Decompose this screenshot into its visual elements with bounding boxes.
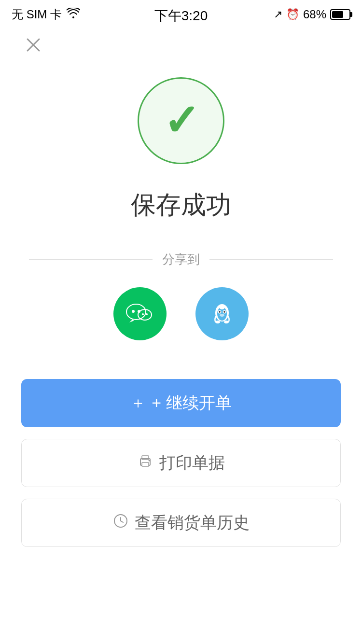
- status-time: 下午3:20: [154, 7, 208, 25]
- wifi-icon: [67, 8, 80, 21]
- print-label: 打印单据: [159, 452, 225, 474]
- svg-point-13: [223, 311, 225, 313]
- clock-icon: [112, 513, 129, 533]
- svg-point-12: [219, 311, 221, 313]
- share-divider: 分享到: [0, 251, 362, 268]
- share-label: 分享到: [153, 251, 209, 268]
- svg-point-2: [126, 304, 146, 320]
- close-button[interactable]: [21, 33, 45, 57]
- print-button[interactable]: 打印单据: [21, 439, 341, 487]
- svg-rect-19: [142, 462, 149, 466]
- main-content: ✓ 保存成功 分享到: [0, 29, 362, 547]
- battery-percent: 68%: [303, 8, 326, 21]
- status-right: ↗ ⏰ 68%: [274, 8, 350, 21]
- svg-point-14: [220, 314, 224, 317]
- alarm-icon: ⏰: [286, 8, 299, 21]
- battery-fill: [332, 11, 343, 18]
- checkmark-icon: ✓: [163, 99, 199, 142]
- status-left: 无 SIM 卡: [12, 7, 80, 22]
- action-buttons: ＋ + 继续开单 打印单据 查看销货单: [0, 379, 362, 547]
- history-button[interactable]: 查看销货单历史: [21, 499, 341, 547]
- success-icon-circle: ✓: [138, 77, 224, 164]
- svg-point-6: [142, 313, 144, 315]
- svg-point-15: [215, 321, 220, 323]
- share-icons: [113, 287, 249, 340]
- svg-line-24: [121, 521, 123, 522]
- status-bar: 无 SIM 卡 下午3:20 ↗ ⏰ 68%: [0, 0, 362, 29]
- print-icon: [137, 453, 153, 473]
- divider-line-right: [209, 259, 333, 260]
- wechat-share-button[interactable]: [113, 287, 167, 340]
- qq-share-button[interactable]: [195, 287, 249, 340]
- plus-icon: ＋: [130, 392, 146, 414]
- divider-line-left: [29, 259, 153, 260]
- battery-icon: [330, 9, 350, 20]
- success-title: 保存成功: [131, 188, 231, 222]
- continue-order-button[interactable]: ＋ + 继续开单: [21, 379, 341, 427]
- svg-point-17: [220, 307, 224, 309]
- svg-point-3: [132, 310, 135, 313]
- svg-point-16: [224, 321, 229, 323]
- svg-point-7: [146, 313, 148, 315]
- continue-order-label: + 继续开单: [152, 392, 231, 414]
- history-label: 查看销货单历史: [135, 512, 250, 534]
- svg-point-21: [149, 460, 150, 462]
- carrier-text: 无 SIM 卡: [12, 7, 62, 22]
- location-icon: ↗: [274, 8, 282, 21]
